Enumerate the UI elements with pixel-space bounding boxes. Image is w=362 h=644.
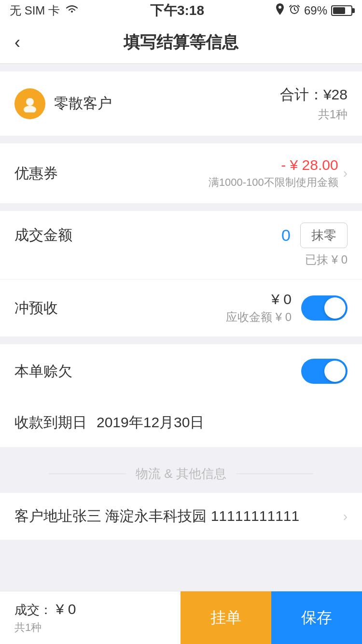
status-left: 无 SIM 卡 (10, 3, 79, 18)
footer-deal-label: 成交： (14, 602, 52, 617)
address-value: 张三 海淀永丰科技园 11111111111 (72, 506, 343, 526)
prepay-right: ¥ 0 应收金额 ¥ 0 (226, 291, 348, 325)
svg-point-2 (24, 106, 36, 112)
address-label: 客户地址 (14, 506, 72, 526)
debt-label: 本单赊欠 (14, 362, 72, 381)
customer-total: 合计：¥28 (280, 85, 348, 105)
coupon-desc: 满1000-100不限制使用金额 (209, 175, 338, 190)
battery-text: 69% (304, 4, 327, 17)
status-bar: 无 SIM 卡 下午3:18 69% (0, 0, 362, 21)
amount-row: 成交金额 0 抹零 已抹 ¥ 0 (0, 211, 362, 280)
deal-section: 成交金额 0 抹零 已抹 ¥ 0 冲预收 ¥ 0 应收金额 ¥ 0 (0, 211, 362, 336)
debt-toggle-knob (324, 361, 346, 382)
logistics-header-text: 物流 & 其他信息 (136, 465, 226, 482)
logistics-line-right (236, 474, 313, 474)
logistics-lines: 物流 & 其他信息 (14, 465, 348, 482)
due-date-row: 收款到期日 2019年12月30日 (0, 398, 362, 447)
back-button[interactable]: ‹ (14, 32, 20, 53)
svg-point-1 (26, 98, 34, 106)
customer-row: 零散客户 合计：¥28 共1种 (0, 71, 362, 136)
save-button[interactable]: 保存 (271, 591, 362, 644)
coupon-row[interactable]: 优惠券 - ¥ 28.00 满1000-100不限制使用金额 › (0, 143, 362, 203)
customer-right: 合计：¥28 共1种 (280, 85, 348, 122)
footer: 成交： ¥ 0 共1种 挂单 保存 (0, 591, 362, 644)
nav-title: 填写结算等信息 (124, 31, 238, 54)
battery-icon (331, 5, 352, 16)
amount-label: 成交金额 (14, 225, 72, 245)
coupon-section: 优惠券 - ¥ 28.00 满1000-100不限制使用金额 › (0, 143, 362, 203)
wifi-icon (65, 4, 79, 17)
amount-sub: 已抹 ¥ 0 (14, 252, 348, 267)
amount-value: 0 (281, 226, 291, 245)
footer-count: 共1种 (14, 620, 166, 635)
hold-button[interactable]: 挂单 (181, 591, 271, 644)
prepay-label: 冲预收 (14, 298, 58, 318)
footer-deal-amount: ¥ 0 (56, 601, 76, 617)
alarm-icon (289, 3, 300, 18)
status-time: 下午3:18 (150, 1, 204, 20)
customer-count: 共1种 (280, 107, 348, 122)
prepay-text: ¥ 0 应收金额 ¥ 0 (226, 291, 292, 325)
coupon-label: 优惠券 (14, 164, 58, 183)
customer-avatar (14, 88, 45, 119)
customer-section: 零散客户 合计：¥28 共1种 (0, 71, 362, 136)
customer-left: 零散客户 (14, 88, 112, 119)
debt-toggle[interactable] (301, 359, 348, 384)
footer-deal-line: 成交： ¥ 0 (14, 601, 166, 618)
prepay-amount: ¥ 0 (226, 291, 292, 308)
prepay-row: 冲预收 ¥ 0 应收金额 ¥ 0 (0, 280, 362, 336)
round-zero-button[interactable]: 抹零 (300, 223, 348, 248)
coupon-text-wrap: - ¥ 28.00 满1000-100不限制使用金额 (209, 157, 338, 190)
address-chevron: › (343, 509, 348, 524)
prepay-toggle[interactable] (301, 295, 348, 321)
sim-text: 无 SIM 卡 (10, 3, 60, 18)
coupon-chevron: › (343, 166, 348, 181)
debt-section: 本单赊欠 收款到期日 2019年12月30日 (0, 344, 362, 447)
address-section: 客户地址 张三 海淀永丰科技园 11111111111 › (0, 493, 362, 540)
address-row[interactable]: 客户地址 张三 海淀永丰科技园 11111111111 › (0, 493, 362, 540)
amount-right: 0 抹零 (281, 223, 348, 248)
due-date-label: 收款到期日 (14, 413, 87, 433)
logistics-header: 物流 & 其他信息 (0, 455, 362, 493)
amount-row-top: 成交金额 0 抹零 (14, 223, 348, 248)
due-date-value: 2019年12月30日 (97, 413, 204, 433)
footer-info: 成交： ¥ 0 共1种 (0, 591, 181, 644)
nav-bar: ‹ 填写结算等信息 (0, 21, 362, 64)
toggle-knob (324, 297, 346, 319)
coupon-right: - ¥ 28.00 满1000-100不限制使用金额 › (209, 157, 348, 190)
customer-name: 零散客户 (54, 94, 112, 113)
logistics-line-left (49, 474, 126, 474)
coupon-value: - ¥ 28.00 (209, 157, 338, 173)
location-icon (275, 3, 285, 18)
prepay-sub: 应收金额 ¥ 0 (226, 309, 292, 325)
debt-row: 本单赊欠 (0, 344, 362, 398)
status-right: 69% (275, 3, 352, 18)
